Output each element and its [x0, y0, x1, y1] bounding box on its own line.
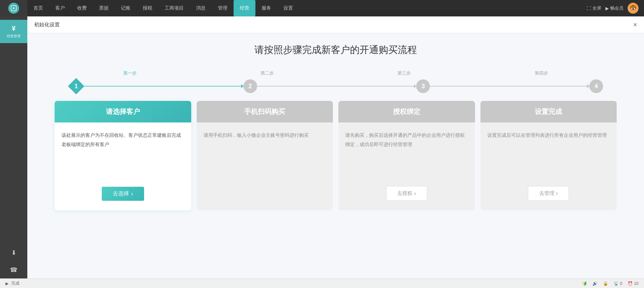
card-footer-1: 去选择 › [55, 181, 191, 210]
card-header-3: 授权绑定 [338, 101, 475, 122]
close-button[interactable]: × [633, 21, 637, 28]
nav-tax[interactable]: 报税 [137, 0, 158, 16]
card-footer-3: 去授权 › [338, 181, 475, 210]
status-right: 🔰 🔊 🔒 📡 0 ⏰ 10 [582, 281, 639, 286]
sidebar: ¥ 经营管理 ⬇ ☎ [0, 16, 27, 278]
status-text: 完成 [11, 280, 19, 286]
card-header-4: 设置完成 [480, 101, 617, 122]
nav-ticket[interactable]: 票据 [93, 0, 115, 16]
step-line-3 [430, 86, 589, 87]
step-card-4: 设置完成 设置完成后可以在管理列表进行所有企业用户的经营管理 去管理 › [480, 101, 617, 210]
user-avatar[interactable]: 🐯 [628, 3, 639, 14]
top-navigation: 首页 客户 收费 票据 记账 报税 工商项目 消息 管理 经营 服务 设置 ⛶ … [0, 0, 644, 16]
nav-items: 首页 客户 收费 票据 记账 报税 工商项目 消息 管理 经营 服务 设置 [27, 0, 587, 16]
yen-icon: ¥ [12, 25, 15, 32]
go-manage-button[interactable]: 去管理 › [528, 186, 569, 201]
security-icon: 🔰 [582, 281, 587, 286]
page-title: 初始化设置 [34, 22, 60, 28]
status-left: ▶ 完成 [5, 280, 19, 286]
arrow-2 [414, 84, 417, 88]
step-line-row: 1 2 3 [41, 78, 630, 94]
card-header-1: 请选择客户 [55, 101, 191, 122]
flow-title: 请按照步骤完成新客户的开通购买流程 [41, 43, 630, 56]
play-icon: ▶ [5, 281, 9, 286]
arrow-3 [587, 84, 590, 88]
step-node-2: 2 [243, 79, 257, 93]
network-status: 📡 0 [614, 281, 622, 286]
step-line-2 [257, 86, 417, 87]
arrow-1 [241, 84, 244, 88]
sidebar-item-operation[interactable]: ¥ 经营管理 [0, 20, 27, 43]
sidebar-download-btn[interactable]: ⬇ [0, 244, 27, 261]
member-btn[interactable]: ▶ 畅会员 [605, 5, 624, 11]
nav-business[interactable]: 工商项目 [158, 0, 190, 16]
card-footer-4: 去管理 › [480, 181, 617, 210]
lock-icon: 🔒 [603, 281, 608, 286]
step-label-1: 第一步 [61, 70, 199, 76]
step-line-1 [84, 86, 243, 87]
content-area: 初始化设置 × 请按照步骤完成新客户的开通购买流程 第一步 第二步 第三步 第四… [27, 16, 644, 278]
logo-icon [8, 3, 19, 14]
nav-service[interactable]: 服务 [255, 0, 277, 16]
step-label-4: 第四步 [473, 70, 610, 76]
go-authorize-button[interactable]: 去授权 › [386, 186, 427, 201]
main-layout: ¥ 经营管理 ⬇ ☎ 初始化设置 × 请按照步骤完成新客户的开通购买流程 第一步… [0, 16, 644, 278]
nav-customer[interactable]: 客户 [49, 0, 71, 16]
step-card-3: 授权绑定 请先购买，购买后选择开通的产品中的企业用户进行授权绑定，成功后即可进行… [338, 101, 475, 210]
nav-operation[interactable]: 经营 [234, 0, 255, 16]
status-bar: ▶ 完成 🔰 🔊 🔒 📡 0 ⏰ 10 [0, 278, 644, 288]
nav-manage[interactable]: 管理 [212, 0, 234, 16]
download-icon: ⬇ [11, 249, 16, 257]
arrow-icon-4: › [556, 190, 558, 197]
support-icon: ☎ [10, 266, 17, 274]
fullscreen-btn[interactable]: ⛶ 全屏 [587, 5, 601, 11]
card-body-4: 设置完成后可以在管理列表进行所有企业用户的经营管理 [480, 122, 617, 181]
nav-settings[interactable]: 设置 [277, 0, 299, 16]
main-content: 请按照步骤完成新客户的开通购买流程 第一步 第二步 第三步 第四步 1 [27, 33, 644, 278]
card-header-2: 手机扫码购买 [197, 101, 333, 122]
step-label-3: 第三步 [336, 70, 473, 76]
nav-right-area: ⛶ 全屏 ▶ 畅会员 🐯 [587, 3, 644, 14]
card-body-2: 请用手机扫码，输入小微企业主账号密码进行购买 [197, 122, 333, 210]
card-body-3: 请先购买，购买后选择开通的产品中的企业用户进行授权绑定，成功后即可进行经营管理 [338, 122, 475, 181]
arrow-icon-3: › [414, 190, 416, 197]
step-card-2: 手机扫码购买 请用手机扫码，输入小微企业主账号密码进行购买 [197, 101, 333, 210]
step-card-1: 请选择客户 该处展示的客户为不在回收站、客户状态正常建账后完成老板端绑定的所有客… [55, 101, 191, 210]
step-node-4: 4 [589, 79, 603, 93]
nav-fee[interactable]: 收费 [71, 0, 93, 16]
card-body-1: 该处展示的客户为不在回收站、客户状态正常建账后完成老板端绑定的所有客户 [55, 122, 191, 181]
go-select-button[interactable]: 去选择 › [102, 187, 144, 201]
logo-area [0, 0, 27, 16]
nav-message[interactable]: 消息 [190, 0, 212, 16]
step-labels-row: 第一步 第二步 第三步 第四步 [41, 70, 630, 76]
step-node-3: 3 [416, 79, 430, 93]
sidebar-support-btn[interactable]: ☎ [0, 261, 27, 278]
step-label-2: 第二步 [199, 70, 336, 76]
sidebar-bottom: ⬇ ☎ [0, 244, 27, 278]
cards-container: 请选择客户 该处展示的客户为不在回收站、客户状态正常建账后完成老板端绑定的所有客… [41, 101, 630, 210]
volume-icon: 🔊 [592, 281, 598, 286]
arrow-icon: › [131, 190, 133, 197]
nav-home[interactable]: 首页 [27, 0, 49, 16]
page-header: 初始化设置 × [27, 16, 644, 33]
time-status: ⏰ 10 [628, 281, 639, 286]
step-node-1: 1 [68, 78, 84, 94]
nav-account[interactable]: 记账 [115, 0, 137, 16]
